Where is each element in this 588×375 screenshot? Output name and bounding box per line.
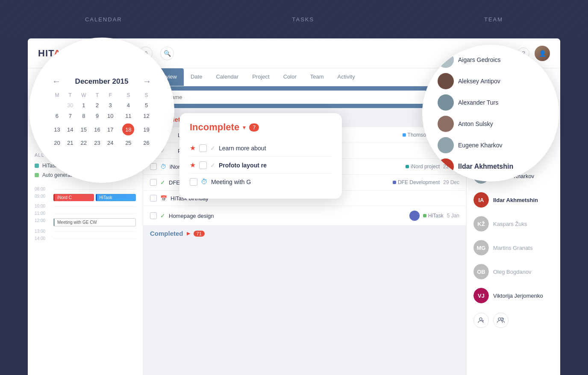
- incomplete-popup-count: 7: [249, 123, 259, 132]
- circle-cal-day[interactable]: 22: [77, 138, 91, 148]
- avatar-img: [438, 116, 454, 132]
- team-member-name: Aigars Gedroics: [458, 56, 501, 63]
- team-avatar: [438, 116, 454, 132]
- team-member-martins[interactable]: MG Martins Granats: [467, 236, 560, 260]
- circle-cal-day[interactable]: 18: [117, 121, 140, 138]
- timer-icon: ⏱: [160, 163, 166, 170]
- team-avatar: KŽ: [473, 216, 489, 231]
- task-project: iNord project: [406, 164, 440, 170]
- circle-cal-day[interactable]: 20: [50, 138, 64, 148]
- top-nav: CALENDAR TASKS TEAM: [0, 0, 588, 38]
- circle-cal-day[interactable]: 24: [104, 138, 117, 148]
- tab-date[interactable]: Date: [184, 68, 209, 86]
- circle-cal-day[interactable]: 23: [91, 138, 104, 148]
- team-avatar: [438, 137, 454, 153]
- task-checkbox[interactable]: [150, 179, 157, 186]
- tab-project[interactable]: Project: [245, 68, 276, 86]
- star-icon[interactable]: ★: [190, 161, 196, 169]
- incomplete-popup-task[interactable]: ★ ✓ Learn more about: [190, 140, 332, 157]
- circle-cal-day[interactable]: 9: [91, 111, 104, 121]
- team-member-viktorija[interactable]: VJ Viktorija Jerjomenko: [467, 284, 560, 308]
- circle-cal-day[interactable]: 10: [104, 111, 117, 121]
- team-avatar: IA: [473, 192, 489, 208]
- task-checkbox[interactable]: [199, 161, 207, 169]
- circle-cal-day[interactable]: 30: [64, 100, 77, 111]
- user-avatar[interactable]: 👤: [535, 46, 550, 61]
- circle-cal-day[interactable]: 12: [140, 111, 153, 121]
- team-member-kaspars[interactable]: KŽ Kaspars Žuks: [467, 212, 560, 236]
- task-project: HiTask: [423, 213, 444, 219]
- tab-calendar[interactable]: Calendar: [209, 68, 245, 86]
- circle-cal-prev[interactable]: ←: [50, 76, 62, 86]
- project-dot: [406, 165, 409, 168]
- circle-cal-day[interactable]: 26: [140, 138, 153, 148]
- tab-team[interactable]: Team: [303, 68, 331, 86]
- timer-icon: ⏱: [201, 178, 208, 186]
- tab-activity[interactable]: Activity: [331, 68, 362, 86]
- team-circle-aleksey[interactable]: Aleksey Antipov: [438, 70, 544, 92]
- circle-cal-day[interactable]: 16: [91, 121, 104, 138]
- time-row-1400: 14:00: [35, 236, 136, 241]
- task-checkbox[interactable]: [150, 163, 157, 170]
- circle-cal-day[interactable]: 14: [64, 121, 77, 138]
- add-group-button[interactable]: [493, 313, 509, 328]
- incomplete-popup-task[interactable]: ★ ✓ Profoto layout re: [190, 157, 332, 174]
- time-event-inord[interactable]: iNord C: [53, 194, 94, 201]
- task-checkbox[interactable]: [190, 178, 197, 186]
- circle-cal-day[interactable]: 15: [77, 121, 91, 138]
- circle-cal-day[interactable]: 11: [117, 111, 140, 121]
- circle-cal-day[interactable]: 4: [117, 100, 140, 111]
- circle-cal-day[interactable]: 21: [64, 138, 77, 148]
- team-circle-eugene[interactable]: Eugene Kharkov: [438, 135, 544, 156]
- tab-color[interactable]: Color: [276, 68, 303, 86]
- circle-cal-day[interactable]: 13: [50, 121, 64, 138]
- time-slots: 08:00 09:00 iNord C HiTask 10:00 11:00: [35, 187, 136, 241]
- check-icon: ✓: [160, 212, 165, 219]
- incomplete-popup-task[interactable]: ⏱ Meeting with G: [190, 174, 332, 190]
- avatar-initials: KŽ: [473, 216, 489, 231]
- project-name: HiTask: [428, 213, 444, 219]
- team-add-buttons: [467, 308, 560, 333]
- project-name: DFE Development: [398, 179, 440, 185]
- circle-cal-day[interactable]: 1: [77, 100, 91, 111]
- circle-cal-day[interactable]: 6: [50, 111, 64, 121]
- team-member-name: Martins Granats: [493, 245, 532, 251]
- task-checkbox[interactable]: [199, 144, 207, 152]
- team-member-oleg[interactable]: OB Oleg Bogdanov: [467, 260, 560, 284]
- task-checkbox[interactable]: [150, 195, 157, 202]
- circle-cal-day[interactable]: 19: [140, 121, 153, 138]
- time-event-meeting[interactable]: Meeting with GE CW: [53, 218, 136, 226]
- task-checkbox[interactable]: [150, 212, 157, 219]
- circle-cal-day[interactable]: [50, 100, 64, 111]
- search-icon-btn[interactable]: 🔍: [160, 47, 174, 60]
- circle-cal-day[interactable]: 5: [140, 100, 153, 111]
- circle-cal-day[interactable]: 25: [117, 138, 140, 148]
- circle-cal-day[interactable]: 8: [77, 111, 91, 121]
- task-row[interactable]: ✓ Homepage design HiTask 5 Jan: [143, 206, 466, 226]
- team-member-name: Alexander Turs: [458, 99, 498, 106]
- team-circle-alexander[interactable]: Alexander Turs: [438, 92, 544, 113]
- circle-cal-day[interactable]: 7: [64, 111, 77, 121]
- team-circle-anton[interactable]: Anton Sulsky: [438, 113, 544, 135]
- completed-title: Completed: [150, 230, 183, 237]
- star-icon[interactable]: ★: [190, 144, 196, 152]
- team-member-ildar[interactable]: IA Ildar Akhmetshin: [467, 188, 560, 212]
- circle-cal-next[interactable]: →: [141, 76, 153, 86]
- team-member-name: Viktorija Jerjomenko: [493, 293, 543, 299]
- circle-cal-day[interactable]: 17: [104, 121, 117, 138]
- circle-cal-day[interactable]: 2: [91, 100, 104, 111]
- circle-cal-title: December 2015: [75, 77, 129, 86]
- add-member-button[interactable]: [473, 313, 489, 328]
- team-member-name: Eugene Kharkov: [458, 142, 503, 149]
- project-dot: [393, 181, 396, 184]
- search-bar: Filters: [143, 86, 466, 108]
- avatar-initials: VJ: [473, 288, 489, 303]
- team-member-name: Aleksey Antipov: [458, 78, 500, 85]
- project-name: iNord project: [411, 164, 440, 170]
- time-event-hitask[interactable]: HiTask: [96, 194, 136, 201]
- search-input[interactable]: [150, 91, 426, 104]
- circle-cal-day[interactable]: 3: [104, 100, 117, 111]
- task-name: Learn more about: [219, 145, 332, 152]
- avatar-img: [438, 137, 454, 153]
- completed-section-header[interactable]: Completed ▶ 71: [143, 226, 466, 241]
